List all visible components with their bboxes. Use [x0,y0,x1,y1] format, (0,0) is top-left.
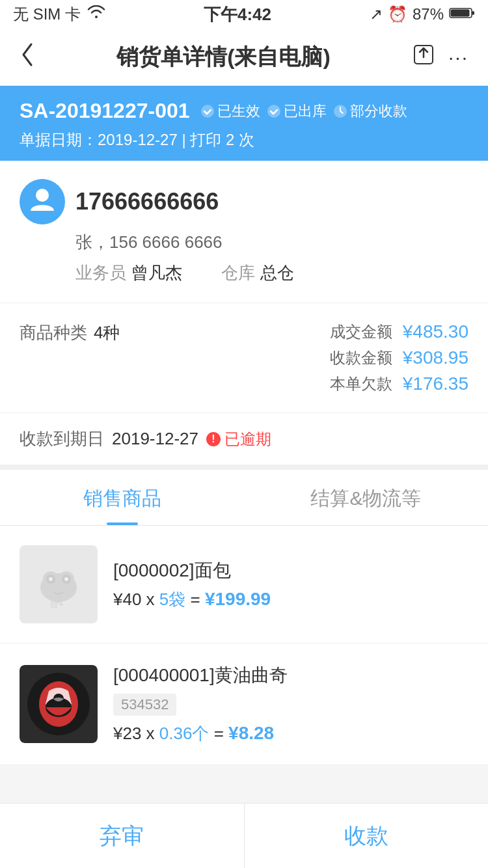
bottom-bar: 弃审 收款 [0,803,488,868]
overdue-dot-icon: ! [206,432,221,446]
svg-point-7 [36,189,49,202]
debt-amount-row: 本单欠款 ¥176.35 [330,373,468,394]
tabs-section: 销售商品 结算&物流等 [0,470,488,526]
collect-payment-button[interactable]: 收款 [245,804,489,868]
deal-amount-value: ¥485.30 [403,321,468,342]
customer-detail: 业务员 曾凡杰 仓库 总仓 [75,262,468,284]
customer-row: 17666666666 [20,179,468,224]
stats-right: 成交金额 ¥485.30 收款金额 ¥308.95 本单欠款 ¥176.35 [330,321,468,394]
sales-label: 业务员 [75,262,126,284]
product-type-value: 4种 [94,321,120,344]
deal-amount-row: 成交金额 ¥485.30 [330,321,468,342]
order-id: SA-20191227-001 [20,99,190,123]
product-thumb-2 [20,665,98,743]
product-type-row: 商品种类 4种 [20,321,120,344]
battery-icon [449,5,475,23]
received-label: 收款金额 [330,347,392,368]
svg-point-14 [64,577,68,581]
received-value: ¥308.95 [403,347,468,368]
debt-value: ¥176.35 [403,373,468,394]
stats-section: 商品种类 4种 成交金额 ¥485.30 收款金额 ¥308.95 本单欠款 ¥… [0,303,488,413]
product-placeholder-1: 晋+ [20,545,98,623]
debt-label: 本单欠款 [330,373,392,394]
status-bar: 无 SIM 卡 下午4:42 ↗ ⏰ 87% [0,0,488,29]
stats-left: 商品种类 4种 [20,321,120,348]
deal-amount-label: 成交金额 [330,321,392,342]
warehouse: 仓库 总仓 [221,262,294,284]
tab-settlement[interactable]: 结算&物流等 [244,470,488,525]
product-price-2: ¥23 x 0.36个 = ¥8.28 [113,722,468,745]
due-date: 2019-12-27 [112,429,198,449]
warehouse-label: 仓库 [221,262,255,284]
alarm-icon: ⏰ [388,5,407,23]
customer-phone: 17666666666 [75,188,219,215]
due-label: 收款到期日 [20,427,104,450]
tab-underline [107,522,138,525]
signal-no-sim: 无 SIM 卡 [13,4,81,25]
product-type-label: 商品种类 [20,321,87,344]
badge-partial-payment: 部分收款 [333,102,407,121]
product-name-2: [000400001]黄油曲奇 [113,663,468,688]
sales-person: 业务员 曾凡杰 [75,262,182,284]
badge-shipped: 已出库 [267,102,327,121]
svg-point-5 [267,105,280,118]
product-name-1: [0000002]面包 [113,558,468,583]
warehouse-value: 总仓 [260,262,294,284]
due-section: 收款到期日 2019-12-27 ! 已逾期 [0,413,488,470]
sales-value: 曾凡杰 [131,262,182,284]
list-item: 晋+ [0000002]面包 ¥40 x 5袋 = ¥199.99 [0,526,488,644]
svg-text:晋+: 晋+ [49,599,64,609]
order-meta: 单据日期：2019-12-27 | 打印 2 次 [20,129,468,150]
product-info-1: [0000002]面包 ¥40 x 5袋 = ¥199.99 [113,558,468,611]
product-price-1: ¥40 x 5袋 = ¥199.99 [113,588,468,611]
customer-sub: 张，156 6666 6666 [75,231,468,254]
wifi-icon [87,5,105,23]
avatar [20,179,65,224]
overdue-text: 已逾期 [224,429,271,450]
discard-review-button[interactable]: 弃审 [0,804,245,868]
page-title: 销货单详情(来自电脑) [116,42,331,72]
customer-section: 17666666666 张，156 6666 6666 业务员 曾凡杰 仓库 总… [0,161,488,303]
product-batch-2: 534532 [113,694,176,716]
avatar-icon [28,185,57,219]
more-icon[interactable]: ··· [448,46,468,68]
back-button[interactable] [20,42,35,73]
battery-text: 87% [413,5,444,23]
badge-activated: 已生效 [200,102,260,121]
product-list: 晋+ [0000002]面包 ¥40 x 5袋 = ¥199.99 [0,526,488,765]
nav-right-icons: ··· [412,43,468,71]
list-item: [000400001]黄油曲奇 534532 ¥23 x 0.36个 = ¥8.… [0,644,488,765]
svg-point-13 [49,577,53,581]
location-icon: ↗ [370,5,383,23]
product-thumb-1: 晋+ [20,545,98,623]
svg-point-4 [201,105,214,118]
order-date: 单据日期：2019-12-27 [20,131,178,148]
svg-rect-2 [450,10,469,17]
status-left: 无 SIM 卡 [13,4,105,25]
share-icon[interactable] [412,43,435,71]
status-badges: 已生效 已出库 部分收款 [200,102,407,121]
status-right: ↗ ⏰ 87% [370,5,475,23]
product-info-2: [000400001]黄油曲奇 534532 ¥23 x 0.36个 = ¥8.… [113,663,468,745]
received-amount-row: 收款金额 ¥308.95 [330,347,468,368]
order-header: SA-20191227-001 已生效 已出库 部分收款 单据日期：2019-1… [0,86,488,161]
svg-rect-1 [472,11,474,15]
order-print-count: | 打印 2 次 [182,131,254,148]
overdue-badge: ! 已逾期 [206,429,271,450]
status-time: 下午4:42 [204,3,271,26]
nav-bar: 销货单详情(来自电脑) ··· [0,29,488,86]
product-image-2 [20,665,98,743]
tab-sales-products[interactable]: 销售商品 [0,470,244,525]
